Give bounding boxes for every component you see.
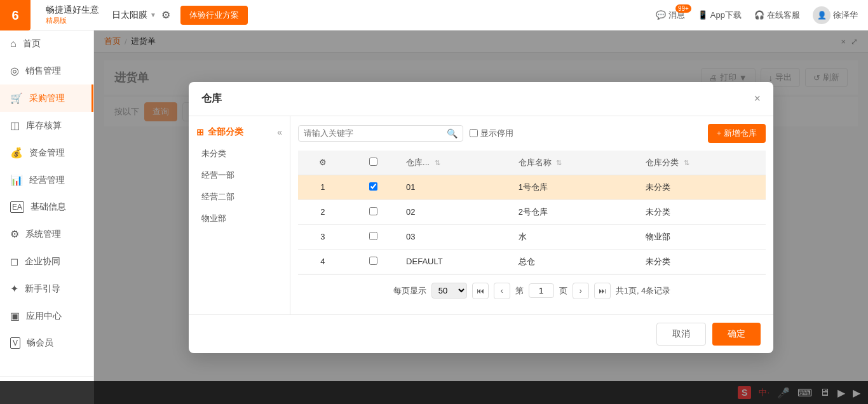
next-page-button[interactable]: › <box>573 283 589 299</box>
modal-title: 仓库 <box>201 92 222 105</box>
home-icon: ⌂ <box>10 38 17 50</box>
total-info: 共1页, 4条记录 <box>616 285 671 297</box>
row-name: 2号仓库 <box>511 199 639 224</box>
sidebar-item-home-label: 首页 <box>23 38 41 50</box>
table-row[interactable]: 2 02 2号仓库 未分类 <box>298 199 766 224</box>
search-icon[interactable]: 🔍 <box>447 128 458 138</box>
company-selector[interactable]: 日太阳膜 ▼ <box>112 10 156 21</box>
row-checkbox[interactable] <box>369 207 377 215</box>
table-row[interactable]: 3 03 水 物业部 <box>298 224 766 249</box>
all-category-item[interactable]: ⊞ 全部分类 <box>196 126 243 138</box>
page-input[interactable] <box>529 283 554 298</box>
category-item-property[interactable]: 物业部 <box>189 208 290 229</box>
modal-footer: 取消 确定 <box>189 314 773 353</box>
sidebar-item-finance-label: 资金管理 <box>29 147 65 159</box>
online-service-label: 在线客服 <box>767 10 800 21</box>
row-checkbox[interactable] <box>369 232 377 240</box>
industry-solution-button[interactable]: 体验行业方案 <box>180 6 248 25</box>
modal-body: ⊞ 全部分类 « 未分类 经营一部 经营二部 <box>189 116 773 314</box>
sidebar-item-purchase-label: 采购管理 <box>29 93 65 104</box>
col-checkbox-header <box>348 151 398 175</box>
select-all-checkbox[interactable] <box>369 158 377 166</box>
sidebar-item-home[interactable]: ⌂ 首页 <box>0 30 93 57</box>
first-page-button[interactable]: ⏮ <box>472 283 489 299</box>
sidebar-item-finance[interactable]: 💰 资金管理 <box>0 139 93 166</box>
collapse-icon[interactable]: « <box>277 127 282 137</box>
sort-name-icon: ⇅ <box>556 159 562 166</box>
page-size-select[interactable]: 50 100 200 <box>431 283 467 299</box>
notification-item[interactable]: 💬 消息 99+ <box>656 10 685 21</box>
sort-category-icon: ⇅ <box>684 159 689 166</box>
headset-icon: 🎧 <box>754 10 764 20</box>
sidebar-item-apps[interactable]: ▣ 应用中心 <box>0 302 93 330</box>
sidebar-item-sales-label: 销售管理 <box>25 65 61 77</box>
row-category: 物业部 <box>638 224 766 249</box>
sidebar-item-member[interactable]: V 畅会员 <box>0 330 93 356</box>
notification-badge: 99+ <box>675 4 691 13</box>
category-item-unclassified[interactable]: 未分类 <box>189 143 290 165</box>
add-warehouse-button[interactable]: + 新增仓库 <box>708 124 766 143</box>
search-box: 🔍 <box>298 125 463 142</box>
modal-close-button[interactable]: × <box>754 92 761 105</box>
settings-icon[interactable]: ⚙ <box>161 9 170 21</box>
show-disabled-checkbox[interactable] <box>470 129 478 137</box>
sales-icon: ◎ <box>10 65 19 77</box>
row-index: 1 <box>298 175 348 199</box>
table-row[interactable]: 4 DEFAULT 总仓 未分类 <box>298 249 766 274</box>
row-code: 03 <box>398 224 511 249</box>
sidebar-item-inventory[interactable]: ◫ 库存核算 <box>0 112 93 139</box>
system-icon: ⚙ <box>10 228 19 240</box>
sidebar-item-guide[interactable]: ✦ 新手引导 <box>0 275 93 302</box>
row-name: 水 <box>511 224 639 249</box>
table-settings-icon[interactable]: ⚙ <box>319 158 327 167</box>
guide-icon: ✦ <box>10 283 18 295</box>
mobile-icon: 📱 <box>698 10 708 20</box>
table-row[interactable]: 1 01 1号仓库 未分类 <box>298 175 766 199</box>
show-disabled-checkbox-label[interactable]: 显示停用 <box>470 128 513 139</box>
sidebar-item-basic[interactable]: EA 基础信息 <box>0 194 93 220</box>
warehouse-modal: 仓库 × ⊞ 全部分类 « <box>189 82 773 353</box>
col-name-header: 仓库名称 ⇅ <box>511 151 639 175</box>
category-item-operation1[interactable]: 经营一部 <box>189 165 290 186</box>
online-service-item[interactable]: 🎧 在线客服 <box>754 10 800 21</box>
table-container: ⚙ 仓库... ⇅ <box>298 151 766 274</box>
row-name: 1号仓库 <box>511 175 639 199</box>
sidebar-item-sales[interactable]: ◎ 销售管理 <box>0 57 93 84</box>
avatar: 👤 <box>813 6 831 24</box>
prev-page-button[interactable]: ‹ <box>494 283 510 299</box>
col-code-header: 仓库... ⇅ <box>398 151 511 175</box>
category-item-operation2[interactable]: 经营二部 <box>189 186 290 208</box>
cancel-button[interactable]: 取消 <box>656 323 706 346</box>
app-download-item[interactable]: 📱 App下载 <box>698 10 742 21</box>
category-panel: ⊞ 全部分类 « 未分类 经营一部 经营二部 <box>189 116 290 314</box>
sidebar-item-system-label: 系统管理 <box>25 229 61 240</box>
last-page-button[interactable]: ⏭ <box>594 283 611 299</box>
category-header: ⊞ 全部分类 « <box>189 121 290 143</box>
sidebar-item-basic-label: 基础信息 <box>31 201 66 213</box>
apps-icon: ▣ <box>10 310 20 322</box>
sort-icon: ⇅ <box>435 159 440 166</box>
sidebar-item-enterprise[interactable]: ◻ 企业协同 <box>0 248 93 275</box>
brand-logo: 6 <box>0 0 31 30</box>
user-profile-item[interactable]: 👤 徐泽华 <box>813 6 858 24</box>
row-checkbox[interactable] <box>369 257 377 265</box>
table-body: 1 01 1号仓库 未分类 2 <box>298 175 766 274</box>
sidebar-item-purchase[interactable]: 🛒 采购管理 <box>0 84 93 112</box>
row-checkbox[interactable] <box>369 182 377 191</box>
basic-icon: EA <box>10 201 24 213</box>
row-name: 总仓 <box>511 249 639 274</box>
member-icon: V <box>10 337 20 349</box>
table-header: ⚙ 仓库... ⇅ <box>298 151 766 175</box>
modal-header: 仓库 × <box>189 82 773 116</box>
app-download-label: App下载 <box>710 10 742 21</box>
confirm-button[interactable]: 确定 <box>712 323 761 346</box>
warehouse-table: ⚙ 仓库... ⇅ <box>298 151 766 274</box>
enterprise-icon: ◻ <box>10 255 18 267</box>
sidebar-item-operation[interactable]: 📊 经营管理 <box>0 166 93 194</box>
search-input[interactable] <box>304 128 447 138</box>
header-right: 💬 消息 99+ 📱 App下载 🎧 在线客服 👤 徐泽华 <box>656 6 858 24</box>
sidebar: ⌂ 首页 ◎ 销售管理 🛒 采购管理 ◫ 库存核算 💰 资金管理 📊 经营管理 … <box>0 30 94 404</box>
table-panel: 🔍 显示停用 + 新增仓库 <box>290 116 773 314</box>
row-checkbox-cell <box>348 175 398 199</box>
sidebar-item-system[interactable]: ⚙ 系统管理 <box>0 220 93 248</box>
